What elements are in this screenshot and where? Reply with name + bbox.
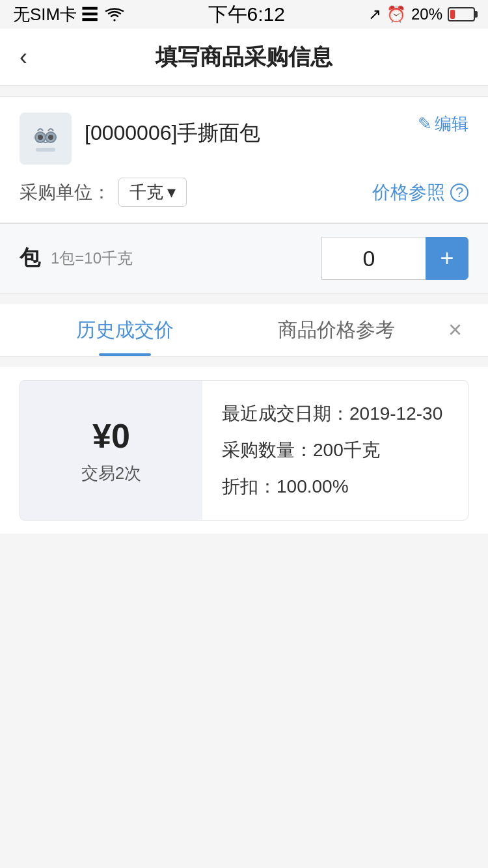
quantity-label: 包 1包=10千克 [20, 244, 133, 273]
price-right-panel: 最近成交日期：2019-12-30 采购数量：200千克 折扣：100.00% [202, 381, 468, 520]
discount-row: 折扣：100.00% [222, 473, 448, 500]
product-header: [0000006]手撕面包 ✎ 编辑 [20, 113, 468, 165]
location-icon: ↗ [368, 5, 381, 23]
unit-left: 采购单位： 千克 ▾ [20, 178, 187, 207]
recent-date-row: 最近成交日期：2019-12-30 [222, 400, 448, 427]
unit-label: 采购单位： [20, 180, 111, 205]
tabs-container: 历史成交价 商品价格参考 × [0, 304, 488, 357]
status-left: 无SIM卡 ☰ [13, 3, 124, 26]
unit-select-dropdown[interactable]: 千克 ▾ [118, 178, 187, 207]
svg-rect-4 [36, 148, 55, 152]
history-price-section: ¥0 交易2次 最近成交日期：2019-12-30 采购数量：200千克 折扣：… [0, 367, 488, 534]
recent-date-value: 2019-12-30 [349, 403, 442, 424]
tab-history-label: 历史成交价 [76, 317, 174, 344]
alarm-icon: ⏰ [386, 5, 406, 23]
carrier-text: 无SIM卡 ☰ [13, 3, 98, 26]
product-left: [0000006]手撕面包 [20, 113, 260, 165]
unit-box-label: 包 [20, 244, 40, 273]
nav-bar: ‹ 填写商品采购信息 [0, 29, 488, 86]
price-info-card: ¥0 交易2次 最近成交日期：2019-12-30 采购数量：200千克 折扣：… [20, 380, 468, 521]
unit-value: 千克 [129, 181, 163, 204]
battery-percent: 20% [411, 5, 442, 23]
product-unit-row: 采购单位： 千克 ▾ 价格参照 ? [20, 178, 468, 207]
discount-label: 折扣： [222, 476, 277, 496]
status-bar: 无SIM卡 ☰ 下午6:12 ↗ ⏰ 20% [0, 0, 488, 29]
purchase-qty-value: 200千克 [313, 440, 380, 460]
svg-point-3 [48, 135, 53, 140]
product-card: [0000006]手撕面包 ✎ 编辑 采购单位： 千克 ▾ 价格参照 ? [0, 96, 488, 223]
back-button[interactable]: ‹ [20, 37, 40, 77]
dropdown-chevron-icon: ▾ [167, 182, 176, 202]
status-time: 下午6:12 [208, 1, 285, 28]
discount-value: 100.00% [277, 476, 349, 496]
product-name: [0000006]手撕面包 [85, 113, 260, 148]
price-ref-button[interactable]: 价格参照 ? [372, 180, 468, 205]
quantity-input-group: + [321, 237, 468, 280]
product-thumbnail [20, 113, 72, 165]
qty-conversion-text: 1包=10千克 [51, 248, 133, 269]
quantity-bar: 包 1包=10千克 + [0, 223, 488, 293]
edit-label: 编辑 [435, 113, 468, 135]
price-amount: ¥0 [92, 416, 130, 455]
quantity-input[interactable] [321, 237, 426, 280]
edit-icon: ✎ [418, 114, 432, 134]
tab-price-ref-label: 商品价格参考 [278, 317, 395, 344]
price-left-panel: ¥0 交易2次 [20, 381, 202, 520]
svg-point-2 [38, 135, 43, 140]
quantity-plus-button[interactable]: + [426, 237, 468, 280]
main-content-area [0, 534, 488, 868]
purchase-quantity-row: 采购数量：200千克 [222, 437, 448, 464]
owl-logo-icon [26, 119, 65, 158]
price-value: 0 [111, 417, 130, 455]
status-right: ↗ ⏰ 20% [368, 5, 475, 23]
price-transactions: 交易2次 [81, 462, 141, 485]
purchase-qty-label: 采购数量： [222, 440, 313, 460]
wifi-icon [105, 7, 124, 21]
help-icon: ? [450, 183, 468, 202]
tab-history-price[interactable]: 历史成交价 [20, 304, 230, 356]
price-ref-label: 价格参照 [372, 180, 445, 205]
tab-product-price-ref[interactable]: 商品价格参考 [230, 304, 441, 356]
price-currency-symbol: ¥ [92, 417, 111, 455]
recent-date-label: 最近成交日期： [222, 403, 349, 424]
tabs-close-button[interactable]: × [442, 310, 468, 350]
page-title: 填写商品采购信息 [156, 42, 332, 72]
edit-button[interactable]: ✎ 编辑 [418, 113, 468, 135]
close-icon: × [448, 316, 462, 343]
plus-icon: + [440, 245, 454, 272]
battery-icon [448, 7, 475, 21]
